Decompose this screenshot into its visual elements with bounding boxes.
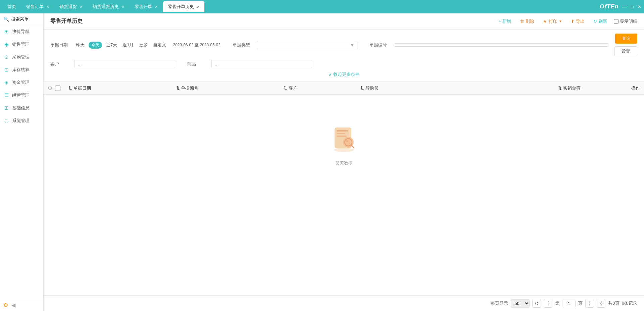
show-detail-toggle[interactable]: 显示明细 [614, 18, 637, 24]
date-opt-more[interactable]: 更多 [138, 42, 149, 48]
date-range-display: 2023-06-02 至 2023-06-02 [173, 42, 220, 48]
sidebar-item-sales-mgmt-label: 销售管理 [12, 41, 30, 47]
empty-icon [327, 121, 361, 155]
tab-retail-history[interactable]: 零售开单历史 ✕ [163, 1, 204, 12]
tab-retail-history-label: 零售开单历史 [168, 4, 194, 10]
date-label: 单据日期 [50, 42, 69, 48]
sidebar: 🔍 搜索采单 ⊞ 快捷导航 ◉ 销售管理 ⊙ 采购管理 ⊡ 库存核算 ◈ 资金管 [0, 13, 44, 311]
tab-retail-open-close[interactable]: ✕ [155, 5, 158, 9]
window-minimize[interactable]: — [623, 4, 627, 9]
print-button[interactable]: 🖨 打印 ▼ [541, 17, 564, 26]
type-select[interactable]: ▼ [257, 41, 357, 49]
operations-icon: ☰ [3, 92, 9, 98]
tab-home[interactable]: 首页 [3, 1, 21, 12]
table-settings-icon[interactable]: ⚙ [48, 85, 52, 91]
number-input[interactable] [394, 43, 609, 47]
show-detail-checkbox[interactable] [614, 19, 618, 24]
th-salesperson: ⇅ 导购员 [356, 82, 449, 95]
tab-sales-return[interactable]: 销货退货 ✕ [55, 1, 87, 12]
table-body: 暂无数据 [44, 95, 644, 187]
export-button[interactable]: ⬆ 导出 [569, 17, 587, 26]
table-select-all[interactable] [55, 86, 60, 91]
date-opt-yesterday[interactable]: 昨天 [75, 42, 86, 48]
refresh-icon: ↻ [593, 19, 597, 24]
th-customer-text: 客户 [289, 86, 297, 91]
date-opt-today[interactable]: 今天 [89, 42, 102, 49]
tab-sales-return-history[interactable]: 销货退货历史 ✕ [88, 1, 129, 12]
sidebar-item-basic-info[interactable]: ⊞ 基础信息 [0, 102, 43, 114]
sidebar-item-system[interactable]: ◌ 系统管理 [0, 114, 43, 127]
th-salesperson-sort[interactable]: ⇅ [360, 86, 365, 91]
sidebar-item-quick-nav[interactable]: ⊞ 快捷导航 [0, 25, 43, 38]
tab-sales-return-history-label: 销货退货历史 [93, 4, 119, 10]
delete-icon: 🗑 [520, 19, 524, 24]
goods-input[interactable]: … [211, 60, 312, 68]
refresh-label: 刷新 [598, 18, 607, 24]
tab-sales-return-close[interactable]: ✕ [80, 5, 83, 9]
th-amount-sort[interactable]: ⇅ [558, 86, 563, 91]
svg-rect-3 [337, 133, 345, 134]
tab-sales-order-close[interactable]: ✕ [46, 5, 49, 9]
query-button[interactable]: 查询 [615, 34, 637, 44]
sidebar-item-inventory[interactable]: ⊡ 库存核算 [0, 63, 43, 76]
th-number: ⇅ 单据编号 [172, 82, 280, 95]
brand-logo: OfTEn [600, 3, 618, 10]
refresh-button[interactable]: ↻ 刷新 [591, 17, 609, 26]
delete-button[interactable]: 🗑 删除 [518, 17, 536, 26]
sidebar-search-label: 搜索采单 [11, 16, 29, 22]
tab-sales-return-history-close[interactable]: ✕ [121, 5, 125, 9]
per-page-select[interactable]: 50 10 20 100 [511, 299, 530, 308]
collapse-button[interactable]: ∧ 收起更多条件 [329, 71, 359, 77]
sidebar-item-operations[interactable]: ☰ 经营管理 [0, 89, 43, 102]
sidebar-item-finance[interactable]: ◈ 资金管理 [0, 76, 43, 89]
pagination: 每页显示 50 10 20 100 ⟨⟨ ⟨ 第 页 ⟩ ⟩⟩ 共0页, 0条记… [44, 295, 644, 311]
page-number-input[interactable] [562, 300, 576, 307]
add-button[interactable]: + 新增 [497, 17, 513, 26]
svg-point-0 [334, 148, 354, 152]
th-customer-sort[interactable]: ⇅ [284, 86, 289, 91]
page-title: 零售开单历史 [50, 18, 83, 25]
customer-input[interactable]: … [75, 60, 175, 68]
filter-row-1: 单据日期 昨天 今天 近7天 近1月 更多 自定义 2023-06-02 至 2… [50, 34, 637, 56]
collapse-label: 收起更多条件 [333, 71, 359, 77]
tab-retail-open[interactable]: 零售开单 ✕ [130, 1, 162, 12]
date-opt-1month[interactable]: 近1月 [121, 42, 135, 48]
page-actions: + 新增 🗑 删除 🖨 打印 ▼ ⬆ 导出 ↻ 刷新 [497, 17, 638, 26]
date-opt-7days[interactable]: 近7天 [105, 42, 118, 48]
sidebar-item-sales-mgmt[interactable]: ◉ 销售管理 [0, 38, 43, 51]
type-label: 单据类型 [233, 42, 251, 48]
sidebar-item-finance-label: 资金管理 [12, 80, 30, 86]
th-operations: 操作 [585, 82, 644, 95]
setting-button[interactable]: 设置 [614, 46, 637, 56]
svg-point-8 [346, 140, 348, 142]
tab-sales-order[interactable]: 销售订单 ✕ [21, 1, 54, 12]
pagination-first[interactable]: ⟨⟨ [532, 299, 541, 308]
tab-retail-history-close[interactable]: ✕ [197, 5, 200, 9]
search-icon: 🔍 [3, 16, 9, 22]
total-info: 共0页, 0条记录 [608, 300, 637, 306]
th-date-text: 单据日期 [73, 86, 91, 91]
page-label: 第 [555, 300, 559, 306]
sidebar-collapse-icon[interactable]: ◀ [11, 302, 15, 308]
pagination-prev[interactable]: ⟨ [544, 299, 552, 308]
sidebar-item-purchase-mgmt[interactable]: ⊙ 采购管理 [0, 51, 43, 63]
sidebar-item-inventory-label: 库存核算 [12, 67, 30, 73]
window-close[interactable]: ✕ [638, 4, 641, 9]
window-maximize[interactable]: □ [631, 4, 634, 9]
quick-nav-icon: ⊞ [3, 29, 9, 35]
data-table: ⚙ ⇅ 单据日期 ⇅ 单据编号 ⇅ [44, 82, 644, 187]
settings-gear-icon[interactable]: ⚙ [3, 302, 8, 308]
date-opt-custom[interactable]: 自定义 [152, 42, 167, 48]
pagination-last[interactable]: ⟩⟩ [597, 299, 605, 308]
system-icon: ◌ [3, 118, 9, 124]
table-header: ⚙ ⇅ 单据日期 ⇅ 单据编号 ⇅ [44, 82, 644, 95]
th-number-sort[interactable]: ⇅ [176, 86, 181, 91]
sidebar-items: ⊞ 快捷导航 ◉ 销售管理 ⊙ 采购管理 ⊡ 库存核算 ◈ 资金管理 ☰ 经营管… [0, 25, 43, 299]
pagination-next[interactable]: ⟩ [585, 299, 594, 308]
sidebar-search[interactable]: 🔍 搜索采单 [0, 13, 43, 25]
print-icon: 🖨 [543, 19, 547, 24]
svg-line-7 [351, 145, 354, 148]
number-label: 单据编号 [369, 42, 388, 48]
goods-label: 商品 [187, 61, 206, 67]
filter-area: 单据日期 昨天 今天 近7天 近1月 更多 自定义 2023-06-02 至 2… [44, 30, 644, 82]
